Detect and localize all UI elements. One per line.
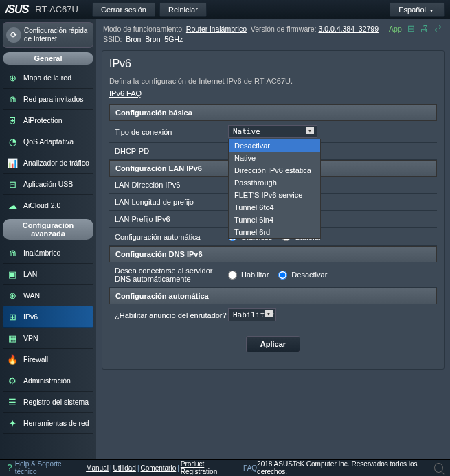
sidebar-item-ipv6[interactable]: ⊞IPv6 [3,306,93,328]
usb-icon: ⊟ [5,178,19,190]
sidebar-item-label: Analizador de tráfico [23,159,89,167]
reboot-button[interactable]: Reiniciar [159,2,207,17]
field-label: Tipo de conexión [115,128,228,136]
dropdown-option[interactable]: Native [229,152,320,164]
dropdown-option[interactable]: Tunnel 6in4 [229,214,320,226]
radio-label: Desactivar [291,271,327,279]
wifi-icon: ⋒ [5,247,19,259]
page-description: Defina la configuración de Internet IPv6… [109,77,437,85]
radio-label: Habilitar [241,271,269,279]
sidebar-item-label: WAN [23,291,40,299]
apply-button[interactable]: Aplicar [246,336,300,352]
field-label: LAN Prefijo IPv6 [115,215,228,223]
sidebar-item-qos[interactable]: ◔QoS Adaptativa [3,131,93,152]
utility-link[interactable]: Utilidad [113,464,136,472]
sidebar-item-admin[interactable]: ⚙Administración [3,370,93,392]
feedback-link[interactable]: Comentario [141,464,177,472]
router-advert-select[interactable]: Habilitar [228,308,276,321]
sidebar-item-usb[interactable]: ⊟Aplicación USB [3,174,93,195]
map-icon: ⊕ [5,71,19,84]
fw-label: Versión de firmware: [251,25,317,33]
wan-icon: ⊕ [5,289,19,302]
sidebar-item-traffic[interactable]: 📊Analizador de tráfico [3,152,93,174]
sidebar-item-wireless[interactable]: ⋒Inalámbrico [3,242,93,264]
search-icon[interactable] [434,463,443,473]
brand-logo: /SUS [5,3,28,16]
dropdown-option[interactable]: Tunnel 6rd [229,226,320,238]
app-link[interactable]: App [389,25,402,33]
field-label: LAN Dirección IPv6 [115,181,228,189]
faq-label[interactable]: FAQ [243,464,257,472]
row-router-advert: ¿Habilitar anuncio del enrutador? Habili… [109,304,437,326]
copyright: 2018 ASUSTeK Computer Inc. Reservados to… [257,460,429,475]
sidebar-item-label: Configuración rápida de Internet [24,27,90,43]
tools-icon: ✦ [5,417,19,429]
sidebar-item-label: Red para invitados [23,95,84,103]
mode-label: Modo de funcionamiento: [103,25,184,33]
ipv6-panel: IPv6 Defina la configuración de Internet… [102,50,445,370]
lan-icon: ▣ [5,268,19,280]
info-bar: Modo de funcionamiento: Router inalámbri… [96,19,450,47]
field-label: LAN Longitud de prefijo [115,198,228,206]
connection-type-dropdown: Desactivar Native Dirección IPv6 estátic… [228,139,321,239]
sidebar-item-label: Aplicación USB [23,180,73,188]
mode-link[interactable]: Router inalámbrico [186,25,247,33]
log-icon: ☰ [5,396,19,408]
help-icon: ? [7,462,12,473]
sidebar-item-aicloud[interactable]: ☁AiCloud 2.0 [3,195,93,216]
sidebar-item-label: Firewall [23,355,48,363]
language-selector[interactable]: Español [390,2,445,17]
radio-disable[interactable] [278,271,287,280]
sidebar-section-advanced: Configuración avanzada [3,219,93,240]
gear-icon: ⚙ [5,374,19,387]
chart-icon: 📊 [5,157,19,169]
section-basic: Configuración básica [109,104,437,121]
field-label: Desea conectarse al servidor DNS automát… [115,267,228,283]
dropdown-option[interactable]: FLET'S IPv6 service [229,189,320,201]
registration-link[interactable]: Product Registration [181,460,236,475]
sidebar-item-network-map[interactable]: ⊕Mapa de la red [3,67,93,89]
sidebar-item-firewall[interactable]: 🔥Firewall [3,349,93,370]
ssid-link[interactable]: Bron_5GHz [145,35,183,43]
row-dns-auto: Desea conectarse al servidor DNS automát… [109,262,437,288]
row-connection-type: Tipo de conexión Native Desactivar Nativ… [109,121,437,143]
field-label: ¿Habilitar anuncio del enrutador? [115,311,228,319]
section-auto: Configuración automática [109,288,437,304]
ipv6-icon: ⊞ [5,310,19,323]
fire-icon: 🔥 [5,353,19,365]
cloud-icon: ☁ [5,199,19,212]
sidebar-item-label: IPv6 [23,313,38,321]
sidebar-item-label: Inalámbrico [23,249,60,257]
field-label: Configuración automática [115,233,228,241]
sidebar-item-label: QoS Adaptativa [23,137,74,146]
footer: ? Help & Soporte técnico Manual | Utilid… [0,459,450,476]
sidebar-item-label: Administración [23,376,71,385]
logout-button[interactable]: Cerrar sesión [92,2,155,17]
radio-enable[interactable] [228,271,237,280]
fw-link[interactable]: 3.0.0.4.384_32799 [318,25,379,33]
sidebar-item-vpn[interactable]: ▦VPN [3,328,93,349]
section-dns-ipv6: Configuración DNS IPv6 [109,246,437,262]
sidebar-item-wan[interactable]: ⊕WAN [3,285,93,306]
dropdown-option[interactable]: Desactivar [229,139,320,152]
dropdown-option[interactable]: Tunnel 6to4 [229,201,320,214]
globe-icon: ⟳ [6,27,21,43]
vpn-icon: ▦ [5,332,19,344]
sidebar-item-syslog[interactable]: ☰Registro del sistema [3,392,93,413]
dropdown-option[interactable]: Passthrough [229,177,320,189]
dropdown-option[interactable]: Dirección IPv6 estática [229,164,320,177]
manual-link[interactable]: Manual [86,464,109,472]
sidebar-item-label: VPN [23,334,38,342]
sidebar-quick-setup[interactable]: ⟳ Configuración rápida de Internet [3,22,93,48]
ssid-label: SSID: [103,35,122,43]
sidebar-item-tools[interactable]: ✦Herramientas de red [3,413,93,434]
content-area: Modo de funcionamiento: Router inalámbri… [96,19,450,459]
page-title: IPv6 [109,58,437,70]
sidebar-item-lan[interactable]: ▣LAN [3,264,93,285]
sidebar-item-guest-network[interactable]: ⋒Red para invitados [3,89,93,110]
sidebar-item-aiprotection[interactable]: ⛨AiProtection [3,110,93,131]
faq-link[interactable]: IPv6 FAQ [109,89,142,98]
connection-type-select[interactable]: Native [228,125,317,138]
field-label: DHCP-PD [115,147,228,155]
ssid-link[interactable]: Bron [126,35,141,43]
